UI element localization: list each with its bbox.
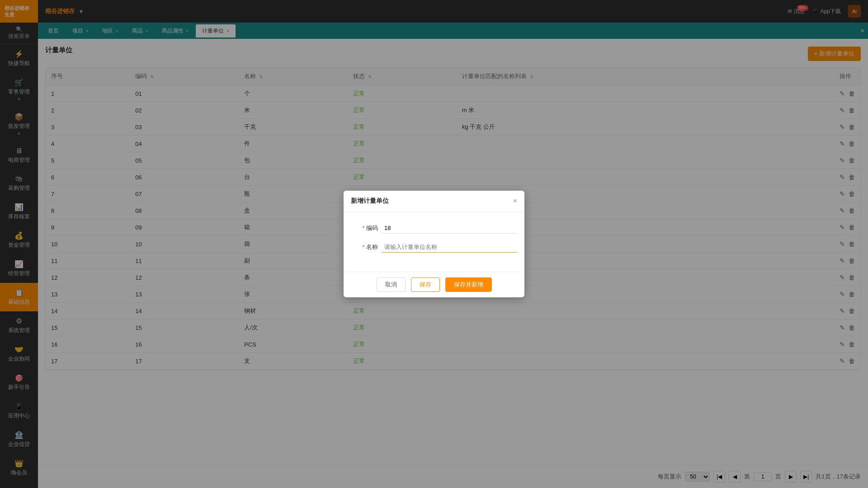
name-label: * 名称 bbox=[351, 243, 378, 251]
save-and-new-button[interactable]: 保存并新增 bbox=[445, 277, 492, 292]
code-input[interactable] bbox=[382, 223, 517, 234]
modal-title: 新增计量单位 bbox=[351, 197, 389, 205]
code-label: * 编码 bbox=[351, 224, 378, 232]
name-required-star: * bbox=[362, 244, 364, 250]
form-row-code: * 编码 bbox=[351, 223, 517, 234]
form-row-name: * 名称 bbox=[351, 242, 517, 253]
save-button[interactable]: 保存 bbox=[411, 277, 440, 292]
name-input[interactable] bbox=[382, 242, 517, 253]
code-required-star: * bbox=[362, 225, 364, 231]
add-unit-modal: 新增计量单位 × * 编码 * 名称 取消 保存 保存并新增 bbox=[344, 191, 524, 297]
modal-body: * 编码 * 名称 bbox=[344, 212, 524, 272]
modal-close-icon[interactable]: × bbox=[513, 197, 517, 205]
cancel-button[interactable]: 取消 bbox=[377, 277, 406, 292]
modal-footer: 取消 保存 保存并新增 bbox=[344, 272, 524, 297]
modal-overlay: 新增计量单位 × * 编码 * 名称 取消 保存 保存并新增 bbox=[0, 0, 868, 488]
modal-header: 新增计量单位 × bbox=[344, 191, 524, 212]
